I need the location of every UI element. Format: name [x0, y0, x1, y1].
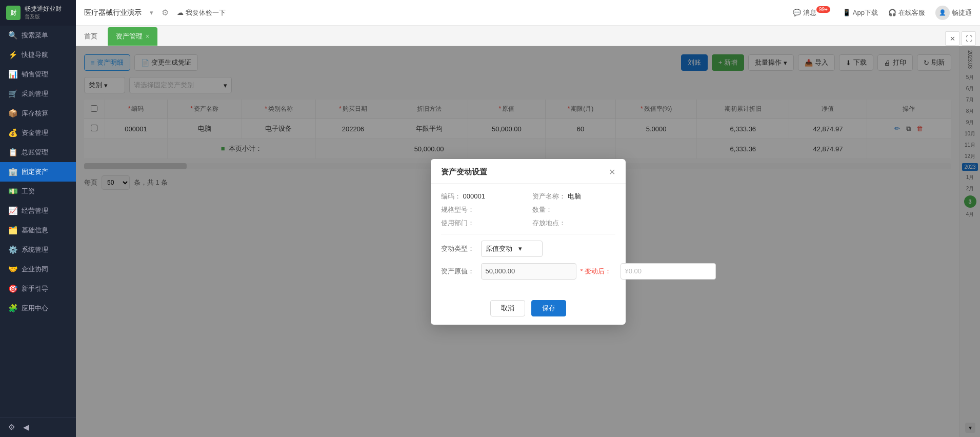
quicknav-icon: ⚡ [8, 50, 17, 59]
modal-body: 编码： 000001 资产名称： 电脑 规格型号： 数量： [431, 184, 626, 294]
operations-icon: 📈 [8, 206, 17, 215]
save-button[interactable]: 保存 [531, 300, 566, 316]
dropdown-icon[interactable]: ▾ [150, 9, 153, 16]
sidebar-item-label: 资金管理 [22, 128, 48, 137]
modal-divider [441, 234, 615, 234]
sidebar-item-label: 基础信息 [22, 226, 48, 235]
collab-icon: 🤝 [8, 265, 17, 274]
logo-icon: 财 [6, 6, 21, 20]
user-profile-btn[interactable]: 👤 畅捷通 [935, 6, 972, 20]
base-icon: 🗂️ [8, 226, 17, 235]
sidebar-item-fixed[interactable]: 🏢 固定资产 [0, 162, 76, 182]
username: 畅捷通 [952, 8, 972, 17]
asset-tab-label: 资产管理 [116, 32, 143, 41]
customer-service-btn[interactable]: 🎧 在线客服 [888, 8, 925, 17]
app-version: 普及版 [25, 13, 62, 21]
notification-badge: 99+ [816, 6, 830, 13]
sidebar-item-guide[interactable]: 🎯 新手引导 [0, 279, 76, 299]
modal-close-icon[interactable]: ✕ [609, 167, 615, 177]
purchase-icon: 🛒 [8, 89, 17, 98]
guide-icon: 🎯 [8, 284, 17, 293]
sidebar-item-label: 销售管理 [22, 70, 48, 79]
dept-label: 使用部门： [441, 218, 474, 228]
sidebar-item-label: 库存核算 [22, 109, 48, 118]
sidebar-item-appstore[interactable]: 🧩 应用中心 [0, 299, 76, 318]
sidebar-item-label: 快捷导航 [22, 50, 48, 59]
header-right: 💬 消息 99+ 📱 App下载 🎧 在线客服 👤 畅捷通 [793, 6, 972, 20]
sidebar-item-label: 经营管理 [22, 206, 48, 215]
search-icon: 🔍 [8, 31, 17, 40]
cancel-button[interactable]: 取消 [490, 300, 525, 316]
sidebar-item-purchase[interactable]: 🛒 采购管理 [0, 84, 76, 104]
sidebar-bottom: ⚙ ◀ [0, 417, 76, 437]
change-type-dropdown-icon: ▾ [518, 245, 522, 252]
modal-qty-field: 数量： [532, 205, 615, 214]
avatar: 👤 [935, 6, 950, 20]
sidebar-item-operations[interactable]: 📈 经营管理 [0, 201, 76, 221]
qty-label: 数量： [532, 205, 552, 214]
app-logo: 财 畅捷通好业财 普及版 [0, 0, 76, 26]
after-value-input[interactable] [621, 263, 716, 280]
tab-close-icon[interactable]: × [146, 33, 149, 40]
inventory-icon: 📦 [8, 109, 17, 118]
app-download-btn[interactable]: 📱 App下载 [843, 8, 878, 17]
sidebar-item-quicknav[interactable]: ⚡ 快捷导航 [0, 45, 76, 65]
modal-overlay: 资产变动设置 ✕ 编码： 000001 资产名称： 电脑 [76, 46, 980, 437]
maximize-tab-btn[interactable]: ⛶ [962, 31, 976, 46]
service-label: 在线客服 [898, 8, 925, 17]
close-tab-btn[interactable]: ✕ [945, 31, 959, 46]
code-label: 编码： [441, 192, 461, 201]
sidebar-item-finance[interactable]: 💰 资金管理 [0, 123, 76, 143]
sidebar-item-base[interactable]: 🗂️ 基础信息 [0, 221, 76, 240]
code-value: 000001 [463, 192, 485, 200]
sidebar-item-system[interactable]: ⚙️ 系统管理 [0, 240, 76, 260]
modal-header: 资产变动设置 ✕ [431, 159, 626, 184]
sidebar-item-label: 采购管理 [22, 89, 48, 98]
sidebar-item-payroll[interactable]: 💵 工资 [0, 182, 76, 201]
sidebar-item-inventory[interactable]: 📦 库存核算 [0, 104, 76, 123]
modal-spec-field: 规格型号： [441, 205, 524, 214]
ledger-icon: 📋 [8, 148, 17, 157]
original-value-row: 资产原值： * 变动后： [441, 263, 615, 280]
fixed-icon: 🏢 [8, 167, 17, 176]
original-value-input[interactable] [481, 263, 576, 280]
sidebar-item-label: 企业协同 [22, 265, 48, 274]
payroll-icon: 💵 [8, 187, 17, 196]
sidebar-item-ledger[interactable]: 📋 总账管理 [0, 143, 76, 162]
asset-name-label: 资产名称： [532, 192, 566, 201]
cloud-icon: ☁ [177, 9, 184, 16]
company-name: 医疗器械行业演示 [84, 8, 142, 17]
sidebar-item-search[interactable]: 🔍 搜索菜单 [0, 26, 76, 45]
download-icon: 📱 [843, 9, 851, 16]
notification-btn[interactable]: 💬 消息 99+ [793, 8, 832, 17]
try-experience-btn[interactable]: ☁ 我要体验一下 [177, 8, 226, 17]
try-label: 我要体验一下 [186, 8, 226, 17]
settings-icon[interactable]: ⚙ [8, 423, 15, 432]
settings-gear-icon[interactable]: ⚙ [162, 8, 169, 17]
appstore-icon: 🧩 [8, 304, 17, 313]
modal-name-field: 资产名称： 电脑 [532, 192, 615, 201]
tabs-bar: 首页 资产管理 × ✕ ⛶ [76, 26, 980, 46]
sidebar-item-sales[interactable]: 📊 销售管理 [0, 65, 76, 84]
modal-footer: 取消 保存 [431, 294, 626, 325]
sidebar-item-collab[interactable]: 🤝 企业协同 [0, 260, 76, 279]
service-icon: 🎧 [888, 9, 896, 16]
top-header: 医疗器械行业演示 ▾ ⚙ ☁ 我要体验一下 💬 消息 99+ 📱 App下载 🎧… [76, 0, 980, 26]
modal-dept-field: 使用部门： [441, 218, 524, 228]
sidebar-item-label: 新手引导 [22, 284, 48, 293]
download-label: App下载 [853, 8, 878, 17]
tab-asset-management[interactable]: 资产管理 × [108, 27, 157, 46]
notification-label: 消息 [803, 8, 816, 17]
spec-label: 规格型号： [441, 205, 474, 214]
sidebar-item-label: 应用中心 [22, 304, 48, 313]
tab-actions: ✕ ⛶ [945, 31, 980, 46]
sidebar: 财 畅捷通好业财 普及版 🔍 搜索菜单 ⚡ 快捷导航 📊 销售管理 🛒 采购管理… [0, 0, 76, 437]
modal-code-field: 编码： 000001 [441, 192, 524, 201]
home-tab-label: 首页 [84, 32, 97, 41]
change-type-select[interactable]: 原值变动 ▾ [481, 241, 543, 257]
tab-home[interactable]: 首页 [76, 27, 106, 46]
modal-info-grid: 编码： 000001 资产名称： 电脑 规格型号： 数量： [441, 192, 615, 228]
sales-icon: 📊 [8, 70, 17, 79]
collapse-icon[interactable]: ◀ [23, 423, 29, 432]
app-name: 畅捷通好业财 [25, 5, 62, 13]
